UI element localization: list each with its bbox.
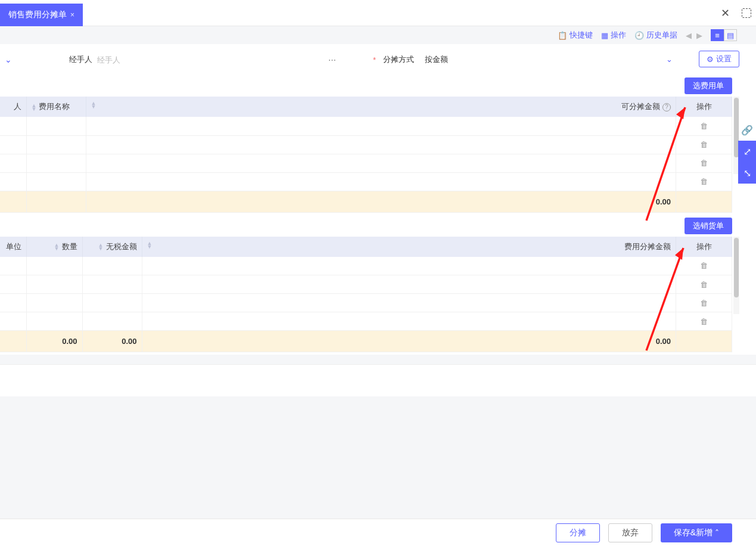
trash-icon[interactable]: 🗑 — [700, 261, 708, 270]
settings-label: 设置 — [716, 54, 732, 64]
handler-more-icon[interactable]: ⋯ — [328, 55, 337, 64]
table-row[interactable]: 🗑 — [0, 257, 732, 275]
tab-title: 销售费用分摊单 — [8, 10, 67, 20]
prev-record-icon[interactable]: ◀ — [686, 31, 692, 40]
alloc-method-field: * 分摊方式 按金额 — [373, 54, 448, 65]
fullscreen-icon[interactable] — [742, 8, 751, 18]
history-label: 历史单据 — [646, 30, 677, 41]
next-record-icon[interactable]: ▶ — [696, 31, 702, 40]
tab-close-icon[interactable]: × — [70, 11, 74, 19]
col-allocatable-amount[interactable]: ▲▼可分摊金额? — [86, 97, 676, 117]
trash-icon[interactable]: 🗑 — [700, 122, 708, 131]
col-operation: 操作 — [676, 97, 732, 117]
trash-icon[interactable]: 🗑 — [700, 159, 708, 167]
handler-label: 经手人 — [69, 54, 92, 65]
handler-field: 经手人 ⋯ — [69, 54, 337, 65]
table-row[interactable]: 🗑 — [0, 294, 732, 312]
tab-sales-expense-alloc[interactable]: 销售费用分摊单 × — [0, 4, 83, 26]
expand-icon-2[interactable]: ⤡ — [738, 162, 756, 184]
save-and-new-button[interactable]: 保存&新增 ˄ — [661, 523, 732, 542]
view-mode-switch: ≡ ▤ — [711, 29, 737, 41]
shortcut-label: 快捷键 — [570, 30, 593, 41]
save-new-label: 保存&新增 — [674, 528, 713, 538]
trash-icon[interactable]: 🗑 — [700, 177, 708, 186]
table-total-row: 0.00 — [0, 191, 732, 212]
col-allocation-amount[interactable]: ▲▼费用分摊金额 — [142, 237, 676, 257]
trash-icon[interactable]: 🗑 — [700, 280, 708, 289]
table-row[interactable]: 🗑 — [0, 172, 732, 191]
close-icon[interactable]: ✕ — [717, 7, 733, 20]
handler-input[interactable] — [97, 55, 323, 64]
table-row[interactable]: 🗑 — [0, 312, 732, 331]
allocate-button[interactable]: 分摊 — [556, 523, 600, 542]
gear-icon: ⚙ — [707, 55, 714, 64]
table-row[interactable]: 🗑 — [0, 117, 732, 135]
sales-bill-section: 选销货单 单位 ▲▼数量 ▲▼无税金额 ▲▼费用分摊金额 操作 🗑 🗑 🗑 🗑 … — [0, 215, 756, 355]
table-row[interactable]: 🗑 — [0, 275, 732, 294]
history-icon: 🕘 — [634, 31, 644, 40]
col-operation: 操作 — [676, 237, 732, 257]
col-expense-name[interactable]: ▲▼费用名称 — [26, 97, 86, 117]
shortcut-button[interactable]: 📋 快捷键 — [558, 30, 593, 41]
expense-bill-section: 选费用单 人 ▲▼费用名称 ▲▼可分摊金额? 操作 🗑 🗑 🗑 🗑 0.00 — [0, 75, 756, 215]
action-button[interactable]: ▦ 操作 — [601, 30, 626, 41]
alloc-method-label: 分摊方式 — [383, 54, 414, 65]
action-label: 操作 — [611, 30, 626, 41]
trash-icon[interactable]: 🗑 — [700, 299, 708, 308]
grid-icon: ▦ — [601, 31, 608, 40]
discard-button[interactable]: 放弃 — [608, 523, 652, 542]
col-qty[interactable]: ▲▼数量 — [26, 237, 82, 257]
table-row[interactable]: 🗑 — [0, 154, 732, 172]
footer-actions: 分摊 放弃 保存&新增 ˄ — [0, 519, 756, 546]
total-notax: 0.00 — [82, 331, 142, 352]
table-row[interactable]: 🗑 — [0, 135, 732, 154]
form-header: ⌄ 经手人 ⋯ * 分摊方式 按金额 ⌄ ⚙ 设置 — [0, 44, 756, 75]
total-allocatable: 0.00 — [86, 191, 676, 212]
tab-bar: 销售费用分摊单 × ✕ — [0, 0, 756, 26]
trash-icon[interactable]: 🗑 — [700, 140, 708, 149]
history-button[interactable]: 🕘 历史单据 — [634, 30, 677, 41]
col-notax-amount[interactable]: ▲▼无税金额 — [82, 237, 142, 257]
table-total-row: 0.00 0.00 0.00 — [0, 331, 732, 352]
chevron-up-icon: ˄ — [715, 528, 719, 538]
expand-icon[interactable]: ⤢ — [738, 141, 756, 162]
required-mark: * — [373, 55, 376, 64]
record-nav: ◀ ▶ — [686, 31, 702, 40]
select-expense-bill-button[interactable]: 选费用单 — [685, 77, 732, 94]
col-person[interactable]: 人 — [0, 97, 26, 117]
page-toolbar: 📋 快捷键 ▦ 操作 🕘 历史单据 ◀ ▶ ≡ ▤ — [0, 26, 756, 44]
settings-button[interactable]: ⚙ 设置 — [699, 51, 739, 67]
total-qty: 0.00 — [26, 331, 82, 352]
view-card-icon[interactable]: ▤ — [724, 29, 737, 41]
view-list-icon[interactable]: ≡ — [711, 29, 724, 41]
chevron-down-icon[interactable]: ⌄ — [0, 55, 17, 64]
alloc-method-value[interactable]: 按金额 — [425, 54, 448, 65]
col-unit[interactable]: 单位 — [0, 237, 26, 257]
attachment-icon[interactable]: 🔗 — [738, 119, 756, 141]
expense-table: 人 ▲▼费用名称 ▲▼可分摊金额? 操作 🗑 🗑 🗑 🗑 0.00 — [0, 97, 732, 213]
clipboard-icon: 📋 — [558, 31, 567, 40]
total-alloc: 0.00 — [142, 331, 676, 352]
side-rail: 🔗 ⤢ ⤡ — [738, 119, 756, 184]
sales-table: 单位 ▲▼数量 ▲▼无税金额 ▲▼费用分摊金额 操作 🗑 🗑 🗑 🗑 0.00 … — [0, 237, 732, 353]
help-icon[interactable]: ? — [662, 103, 671, 111]
notes-area — [0, 364, 756, 396]
trash-icon[interactable]: 🗑 — [700, 317, 708, 326]
select-sales-bill-button[interactable]: 选销货单 — [685, 218, 732, 234]
alloc-method-chevron-icon[interactable]: ⌄ — [666, 55, 673, 64]
